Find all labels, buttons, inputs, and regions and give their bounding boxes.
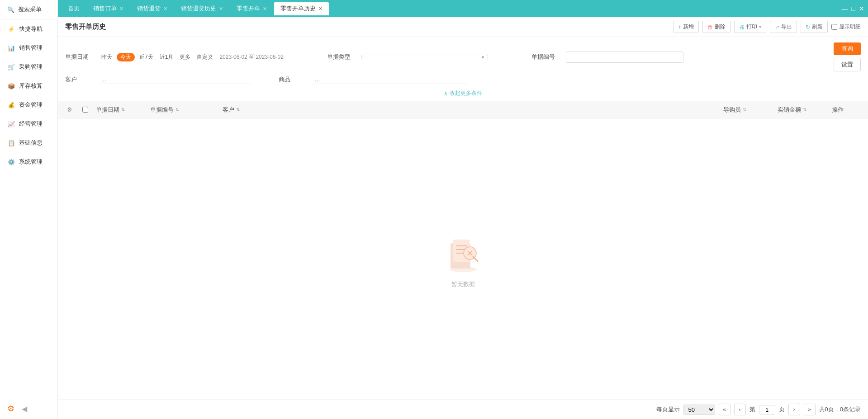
- sidebar-search-label: 搜索采单: [18, 5, 42, 14]
- col-header-customer[interactable]: 客户 ⇅: [219, 106, 720, 114]
- page-title: 零售开单历史: [65, 23, 669, 31]
- sidebar-search[interactable]: 🔍 搜索采单: [0, 0, 57, 19]
- sidebar-item-finance[interactable]: 💰 资金管理: [0, 95, 57, 114]
- display-detail-checkbox[interactable]: [831, 24, 837, 30]
- empty-state: 暂无数据: [58, 118, 868, 400]
- col-guide-label: 导购员: [723, 106, 741, 114]
- col-date-label: 单据日期: [96, 106, 119, 114]
- next-page-button[interactable]: ›: [788, 404, 800, 415]
- query-button[interactable]: 查询: [834, 42, 861, 55]
- close-btn[interactable]: ✕: [859, 5, 864, 12]
- refresh-button[interactable]: ↻ 刷新: [801, 21, 828, 33]
- delete-button[interactable]: 🗑 删除: [702, 21, 730, 33]
- system-mgmt-icon: ⚙️: [7, 158, 15, 166]
- doc-type-arrow-icon: ▾: [482, 55, 484, 60]
- first-page-button[interactable]: «: [719, 404, 730, 415]
- per-page-select[interactable]: 50 20 100: [683, 405, 715, 415]
- last-page-button[interactable]: »: [804, 404, 816, 415]
- tab-sales-return-history[interactable]: 销货退货历史 ✕: [175, 2, 229, 15]
- date-btn-last-month[interactable]: 近1月: [158, 53, 175, 61]
- search-icon: 🔍: [7, 6, 14, 13]
- add-label: 新增: [683, 23, 694, 31]
- sidebar-item-label: 系统管理: [19, 158, 43, 166]
- empty-text: 暂无数据: [451, 280, 475, 288]
- display-detail-checkbox-label[interactable]: 显示明细: [831, 23, 861, 31]
- sidebar-item-label: 采购管理: [19, 63, 43, 71]
- column-settings-button[interactable]: ⚙: [62, 106, 78, 113]
- select-all-checkbox[interactable]: [78, 107, 92, 113]
- sidebar-item-basic-info[interactable]: 📋 基础信息: [0, 133, 57, 152]
- sidebar-bottom: ⚙ ◀: [0, 398, 57, 419]
- sidebar-item-inventory[interactable]: 📦 库存核算: [0, 76, 57, 95]
- refresh-label: 刷新: [812, 23, 823, 31]
- collapse-row: ∧ 收起更多条件: [65, 88, 861, 97]
- tab-retail-history[interactable]: 零售开单历史 ✕: [274, 2, 329, 15]
- minimize-btn[interactable]: —: [842, 5, 848, 12]
- print-arrow-icon: ▾: [759, 24, 761, 29]
- col-header-action: 操作: [828, 106, 864, 114]
- collapse-button[interactable]: ∧ 收起更多条件: [444, 89, 482, 97]
- tab-sales-return[interactable]: 销货退货 ✕: [131, 2, 174, 15]
- tab-sales-order-close[interactable]: ✕: [119, 6, 123, 12]
- date-btn-more[interactable]: 更多: [178, 53, 192, 61]
- export-label: 导出: [781, 23, 792, 31]
- customer-input[interactable]: [100, 75, 253, 84]
- sidebar-item-purchase-mgmt[interactable]: 🛒 采购管理: [0, 57, 57, 76]
- pagination: 每页显示 50 20 100 « ‹ 第 页 › » 共0页，0条记录: [58, 400, 868, 419]
- tab-sales-order[interactable]: 销售订单 ✕: [87, 2, 130, 15]
- date-btn-last7[interactable]: 近7天: [138, 53, 155, 61]
- col-header-guide[interactable]: 导购员 ⇅: [720, 106, 774, 114]
- sidebar-item-label: 经营管理: [19, 120, 43, 128]
- maximize-btn[interactable]: □: [852, 5, 855, 12]
- tab-retail-history-close[interactable]: ✕: [318, 6, 323, 12]
- col-guide-sort-icon: ⇅: [743, 107, 746, 112]
- tab-sales-return-history-label: 销货退货历史: [181, 5, 216, 13]
- prev-page-button[interactable]: ‹: [734, 404, 746, 415]
- tab-retail-open[interactable]: 零售开单 ✕: [230, 2, 273, 15]
- print-label: 打印: [746, 23, 757, 31]
- date-filter-buttons: 昨天 今天 近7天 近1月 更多 自定义 2023-06-02 至 2023-0…: [100, 53, 284, 61]
- add-button[interactable]: + 新增: [673, 21, 699, 33]
- col-header-amount[interactable]: 实销金额 ⇅: [774, 106, 828, 114]
- collapse-sidebar-icon[interactable]: ◀: [22, 405, 27, 413]
- tab-sales-return-label: 销货退货: [137, 5, 161, 13]
- tab-sales-return-close[interactable]: ✕: [163, 6, 167, 12]
- col-header-date[interactable]: 单据日期 ⇅: [92, 106, 147, 114]
- date-btn-today[interactable]: 今天: [117, 53, 135, 61]
- page-label-pre: 第: [749, 405, 755, 414]
- export-button[interactable]: ↗ 导出: [770, 21, 797, 33]
- page-input[interactable]: [759, 405, 775, 414]
- export-icon: ↗: [775, 24, 779, 30]
- tab-retail-open-label: 零售开单: [237, 5, 260, 13]
- tab-retail-open-close[interactable]: ✕: [263, 6, 267, 12]
- print-button[interactable]: 🖨 打印 ▾: [734, 21, 766, 33]
- select-all-input[interactable]: [82, 107, 88, 113]
- doc-type-select[interactable]: ▾: [361, 55, 488, 59]
- sidebar-item-sales-mgmt[interactable]: 📊 销售管理: [0, 38, 57, 57]
- sidebar-item-system-mgmt[interactable]: ⚙️ 系统管理: [0, 152, 57, 171]
- settings-gear-icon[interactable]: ⚙: [7, 404, 14, 414]
- refresh-icon: ↻: [806, 24, 810, 30]
- date-btn-yesterday[interactable]: 昨天: [100, 53, 114, 61]
- date-btn-custom[interactable]: 自定义: [195, 53, 215, 61]
- operations-icon: 📈: [7, 120, 15, 128]
- goods-input[interactable]: [313, 75, 467, 84]
- pagination-summary: 共0页，0条记录: [819, 405, 861, 414]
- sidebar-item-quick-nav[interactable]: ⚡ 快捷导航: [0, 19, 57, 38]
- setting-button[interactable]: 设置: [834, 58, 861, 71]
- sidebar-item-operations[interactable]: 📈 经营管理: [0, 114, 57, 133]
- print-icon: 🖨: [739, 24, 745, 30]
- tab-home-label: 首页: [68, 5, 80, 13]
- doc-type-label: 单据类型: [327, 53, 354, 61]
- filter-row-1: 单据日期 昨天 今天 近7天 近1月 更多 自定义 2023-06-02 至 2…: [65, 42, 861, 71]
- doc-no-input[interactable]: [566, 52, 683, 63]
- goods-label: 商品: [279, 75, 306, 84]
- doc-no-label: 单据编号: [531, 53, 559, 61]
- collapse-label: 收起更多条件: [450, 89, 482, 97]
- tab-home[interactable]: 首页: [62, 2, 86, 15]
- col-header-no[interactable]: 单据编号 ⇅: [147, 106, 219, 114]
- tab-sales-return-history-close[interactable]: ✕: [219, 6, 223, 12]
- quick-nav-icon: ⚡: [7, 25, 15, 33]
- page-label: 页: [779, 405, 785, 414]
- filter-area: 单据日期 昨天 今天 近7天 近1月 更多 自定义 2023-06-02 至 2…: [58, 37, 868, 101]
